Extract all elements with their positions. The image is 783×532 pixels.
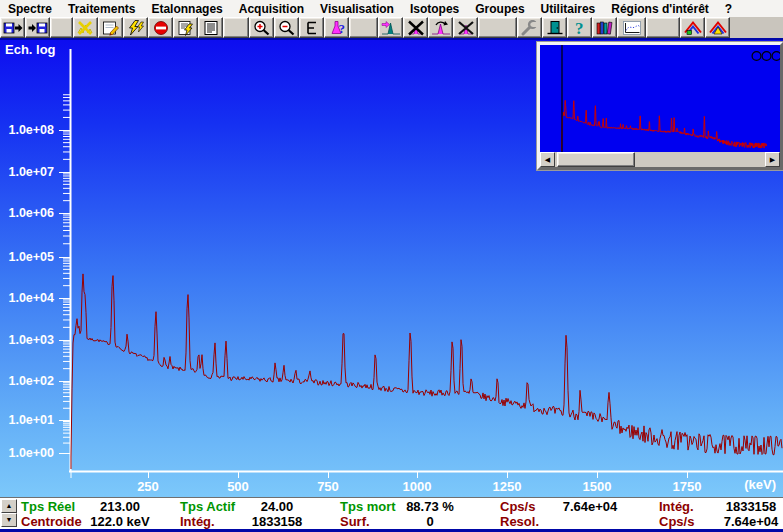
question-icon: ?: [570, 20, 590, 36]
overview-scrollbar[interactable]: ◀ ▶: [540, 152, 780, 167]
zoom-out-icon: [277, 20, 297, 36]
toolbar-spacer: [646, 17, 680, 38]
zoom-out-button[interactable]: [274, 17, 299, 38]
status-value: [500, 514, 680, 529]
identify-nuclide-button[interactable]: ?: [324, 17, 349, 38]
flask-question-icon: ?: [327, 20, 347, 36]
y-tick-label: 1.0e+08: [8, 123, 54, 137]
energy-scale-button[interactable]: [299, 17, 324, 38]
roi-insert-button[interactable]: [428, 17, 453, 38]
stop-sign-icon: [151, 20, 171, 36]
roi-x-icon: [456, 20, 476, 36]
menu-etalonnages[interactable]: Etalonnages: [143, 1, 230, 17]
y-scale-label: Ech. log: [5, 42, 56, 57]
spin-down-icon: ▼: [6, 516, 13, 523]
curve-plot-icon: [622, 20, 642, 36]
menu-utilitaires[interactable]: Utilitaires: [533, 1, 604, 17]
y-tick-label: 1.0e+00: [8, 446, 54, 460]
x-tick-label: 750: [317, 479, 339, 494]
help-button[interactable]: ?: [567, 17, 592, 38]
report-list-button[interactable]: [198, 17, 223, 38]
clear-spectrum-button[interactable]: [73, 17, 98, 38]
letter-e-icon: [302, 20, 322, 36]
menu-traitements[interactable]: Traitements: [60, 1, 143, 17]
toolbar-spacer: [50, 17, 73, 38]
menu-acquisition[interactable]: Acquisition: [231, 1, 312, 17]
overview-inset-window[interactable]: ◀ ▶: [537, 42, 783, 170]
menu-aide[interactable]: ?: [717, 1, 740, 17]
svg-text:?: ?: [575, 20, 584, 36]
spin-up-button[interactable]: ▲: [1, 499, 17, 513]
menu-isotopes[interactable]: Isotopes: [402, 1, 467, 17]
peak-x-icon: [406, 20, 426, 36]
sheet-lightning-icon: [176, 20, 196, 36]
y-tick-label: 1.0e+05: [8, 250, 54, 264]
scroll-right-button[interactable]: ▶: [765, 152, 780, 167]
save-spectrum-button[interactable]: [0, 17, 25, 38]
svg-text:?: ?: [338, 21, 345, 36]
peak-arrow-icon: [381, 20, 401, 36]
status-value: 7.64e+04: [500, 499, 680, 514]
spin-down-button[interactable]: ▼: [1, 513, 17, 527]
y-tick-label: 1.0e+01: [8, 413, 54, 427]
nuclide-library-button[interactable]: [592, 17, 617, 38]
scroll-right-icon: ▶: [770, 156, 775, 163]
status-bar: ▲ ▼ Tps Réel213.00Tps Actif24.00Tps mort…: [0, 497, 783, 532]
status-value: 88.73 %: [340, 499, 520, 514]
spectroscopy-app-window: SpectreTraitementsEtalonnagesAcquisition…: [0, 0, 783, 532]
overview-background: [540, 45, 780, 152]
curve-plot-button[interactable]: [617, 17, 646, 38]
zoom-in-icon: [252, 20, 272, 36]
menu-spectre[interactable]: Spectre: [0, 1, 60, 17]
calib-a-icon: [683, 20, 703, 36]
x-tick-label: 1750: [673, 479, 702, 494]
spin-up-icon: ▲: [6, 502, 13, 509]
stop-acquisition-button[interactable]: [148, 17, 173, 38]
spectrum-trace: [71, 274, 782, 469]
scroll-left-icon: ◀: [545, 156, 550, 163]
toolbar-spacer: [349, 17, 378, 38]
acquisition-report-button[interactable]: [173, 17, 198, 38]
door-icon: [545, 20, 565, 36]
scrollbar-thumb[interactable]: [557, 152, 635, 167]
scroll-left-button[interactable]: ◀: [540, 152, 555, 167]
zoom-in-button[interactable]: [249, 17, 274, 38]
menu-bar: SpectreTraitementsEtalonnagesAcquisition…: [0, 0, 783, 17]
settings-button[interactable]: [517, 17, 542, 38]
efficiency-calibration-button[interactable]: [705, 17, 730, 38]
peak-delete-button[interactable]: [403, 17, 428, 38]
toolbar-spacer: [478, 17, 517, 38]
status-value: 1833158: [661, 499, 783, 514]
load-spectrum-button[interactable]: [25, 17, 50, 38]
x-tick-label: 1000: [403, 479, 432, 494]
toolbar-spacer: [223, 17, 249, 38]
y-tick-label: 1.0e+06: [8, 206, 54, 220]
clear-x-icon: [76, 20, 96, 36]
x-tick-label: 500: [227, 479, 249, 494]
x-tick-label: 1250: [493, 479, 522, 494]
status-value: 7.64e+04: [661, 514, 783, 529]
spectrum-plot-area[interactable]: 1.0e+001.0e+011.0e+021.0e+031.0e+041.0e+…: [0, 40, 783, 497]
status-spinner: ▲ ▼: [1, 499, 18, 528]
exit-button[interactable]: [542, 17, 567, 38]
menu-visualisation[interactable]: Visualisation: [312, 1, 402, 17]
status-value: 0: [340, 514, 520, 529]
roi-delete-button[interactable]: [453, 17, 478, 38]
x-tick-label: 250: [137, 479, 159, 494]
edit-setup-button[interactable]: [98, 17, 123, 38]
toolbar: ??: [0, 17, 783, 40]
start-acquisition-button[interactable]: [123, 17, 148, 38]
menu-groupes[interactable]: Groupes: [467, 1, 532, 17]
y-tick-label: 1.0e+04: [8, 291, 54, 305]
floppy-export-icon: [3, 20, 23, 36]
x-unit-label: (keV): [744, 477, 776, 492]
wrench-icon: [520, 20, 540, 36]
overview-spectrum-svg[interactable]: [540, 45, 780, 152]
y-tick-label: 1.0e+03: [8, 333, 54, 347]
menu-regions-d-interet[interactable]: Régions d'intérêt: [603, 1, 717, 17]
books-icon: [595, 20, 615, 36]
edit-sheet-icon: [101, 20, 121, 36]
peak-search-button[interactable]: [378, 17, 403, 38]
calib-b-icon: [708, 20, 728, 36]
energy-calibration-button[interactable]: [680, 17, 705, 38]
